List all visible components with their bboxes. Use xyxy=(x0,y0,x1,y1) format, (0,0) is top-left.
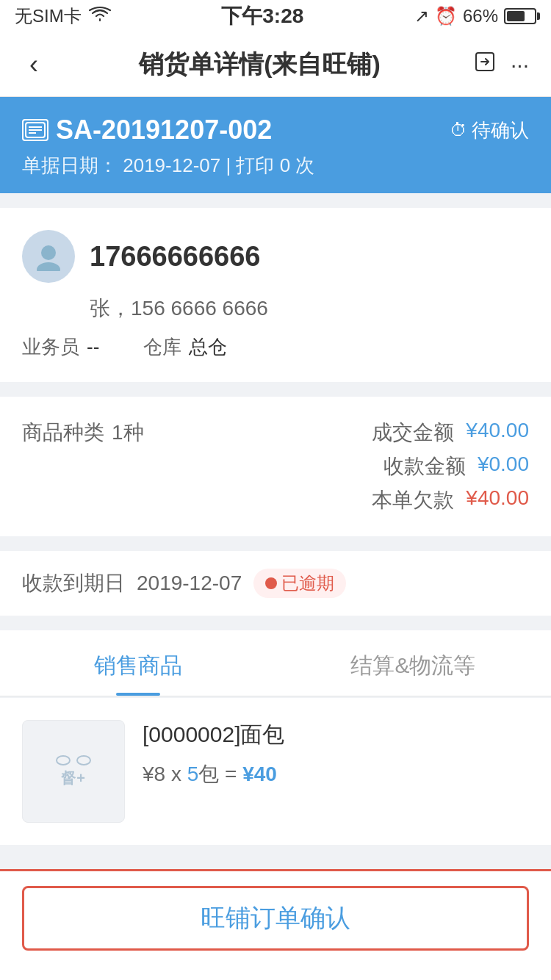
balance-value: ¥40.00 xyxy=(466,486,529,514)
amount-label: 成交金额 xyxy=(372,419,454,447)
category-label: 商品种类 xyxy=(22,419,104,447)
product-image: 督+ xyxy=(22,720,125,823)
carrier-text: 无SIM卡 xyxy=(15,4,82,28)
qty-unit: 包 xyxy=(198,763,219,785)
product-logo: 督+ xyxy=(56,755,91,788)
warehouse: 仓库 总仓 xyxy=(143,334,227,360)
battery-percent: 66% xyxy=(463,6,498,26)
product-logo-eye-left xyxy=(56,755,71,765)
bottom-bar: 旺铺订单确认 xyxy=(0,869,551,980)
sales-person: 业务员 -- xyxy=(22,334,99,360)
received-row: 收款金额 ¥0.00 xyxy=(383,453,529,480)
tab-settlement[interactable]: 结算&物流等 xyxy=(276,630,551,696)
status-time: 下午3:28 xyxy=(221,2,303,30)
status-label: 待确认 xyxy=(472,118,529,143)
status-left: 无SIM卡 xyxy=(15,4,111,28)
customer-meta: 业务员 -- 仓库 总仓 xyxy=(22,334,529,360)
order-icon xyxy=(22,119,48,141)
overdue-badge: 已逾期 xyxy=(253,569,346,598)
product-qty: 5 xyxy=(187,763,199,785)
svg-point-6 xyxy=(37,262,60,271)
wifi-icon xyxy=(89,6,111,26)
product-card: 督+ [0000002]面包 ¥8 x 5包 = ¥40 xyxy=(0,698,551,845)
product-logo-eyes xyxy=(56,755,91,765)
order-header: SA-20191207-002 ⏱ 待确认 单据日期： 2019-12-07 |… xyxy=(0,97,551,193)
balance-label: 本单欠款 xyxy=(372,486,454,514)
product-logo-text: 督+ xyxy=(61,768,86,788)
balance-row: 本单欠款 ¥40.00 xyxy=(372,486,529,514)
info-right: 成交金额 ¥40.00 收款金额 ¥0.00 本单欠款 ¥40.00 xyxy=(372,419,529,514)
customer-phone: 17666666666 xyxy=(90,241,260,273)
confirm-order-button[interactable]: 旺铺订单确认 xyxy=(22,886,529,951)
tab-sales-products[interactable]: 销售商品 xyxy=(0,630,276,696)
order-number: SA-20191207-002 xyxy=(22,115,272,145)
order-date: 单据日期： 2019-12-07 | 打印 0 次 xyxy=(22,153,529,179)
info-left: 商品种类 1种 xyxy=(22,419,144,447)
overdue-label: 已逾期 xyxy=(281,572,334,595)
received-value: ¥0.00 xyxy=(478,453,529,480)
customer-card: 17666666666 张，156 6666 6666 业务员 -- 仓库 总仓 xyxy=(0,208,551,382)
amount-value: ¥40.00 xyxy=(466,419,529,447)
back-button[interactable]: ‹ xyxy=(22,42,46,87)
nav-actions: ··· xyxy=(474,51,529,78)
battery-icon xyxy=(504,8,536,24)
more-button[interactable]: ··· xyxy=(511,52,529,77)
customer-top: 17666666666 xyxy=(22,230,529,283)
price-label: ¥8 x xyxy=(143,763,187,785)
header-top: SA-20191207-002 ⏱ 待确认 xyxy=(22,115,529,145)
page-title: 销货单详情(来自旺铺) xyxy=(139,48,381,82)
status-bar: 无SIM卡 下午3:28 ↗ ⏰ 66% xyxy=(0,0,551,32)
clock-icon: ⏱ xyxy=(450,120,467,140)
customer-name: 张，156 6666 6666 xyxy=(22,295,529,323)
amount-row: 成交金额 ¥40.00 xyxy=(372,419,529,447)
location-icon: ↗ xyxy=(414,6,429,26)
equals-sign: = xyxy=(219,763,242,785)
received-label: 收款金额 xyxy=(383,453,466,480)
due-date-label: 收款到期日 xyxy=(22,569,125,597)
product-info: [0000002]面包 ¥8 x 5包 = ¥40 xyxy=(143,720,529,788)
info-card: 商品种类 1种 成交金额 ¥40.00 收款金额 ¥0.00 本单欠款 ¥40.… xyxy=(0,397,551,536)
overdue-dot-icon xyxy=(265,577,277,589)
due-date-value: 2019-12-07 xyxy=(137,572,242,595)
alarm-icon: ⏰ xyxy=(435,6,457,26)
svg-point-5 xyxy=(41,245,56,260)
due-date-card: 收款到期日 2019-12-07 已逾期 xyxy=(0,551,551,616)
order-status-badge: ⏱ 待确认 xyxy=(450,118,529,143)
share-button[interactable] xyxy=(474,51,496,78)
category-value: 1种 xyxy=(112,419,144,447)
customer-avatar xyxy=(22,230,75,283)
category-row: 商品种类 1种 xyxy=(22,419,144,447)
product-total: ¥40 xyxy=(242,763,277,785)
product-logo-eye-right xyxy=(76,755,91,765)
nav-bar: ‹ 销货单详情(来自旺铺) ··· xyxy=(0,32,551,97)
status-right: ↗ ⏰ 66% xyxy=(414,6,536,26)
product-name: [0000002]面包 xyxy=(143,720,529,750)
product-price: ¥8 x 5包 = ¥40 xyxy=(143,760,529,788)
tabs: 销售商品 结算&物流等 xyxy=(0,630,551,696)
